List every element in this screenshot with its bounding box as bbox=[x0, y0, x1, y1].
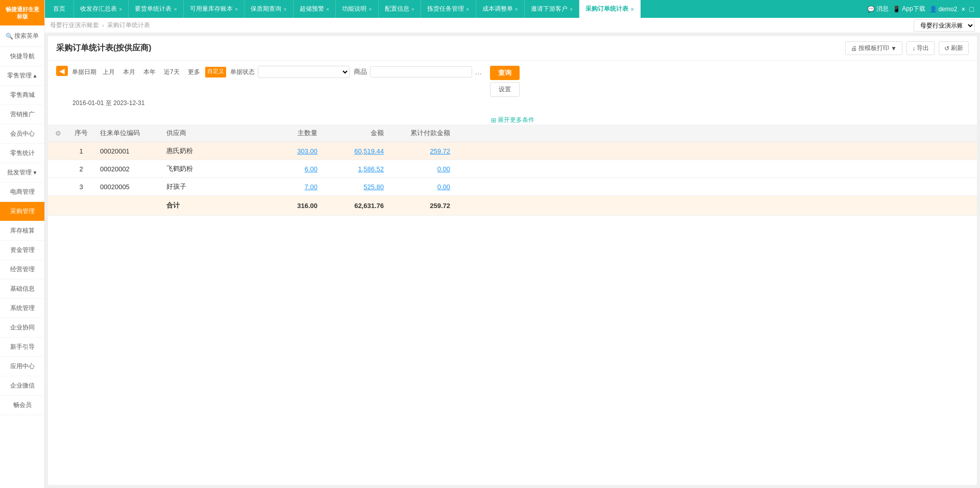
sidebar-item-marketing[interactable]: 营销推广 bbox=[0, 105, 44, 124]
tab-goods-summary-label: 要货单统计表 bbox=[135, 5, 172, 13]
tab-purchase-summary[interactable]: 采购订单统计表 × bbox=[579, 0, 640, 18]
window-close-icon[interactable]: × bbox=[961, 5, 965, 13]
close-icon[interactable]: × bbox=[174, 6, 177, 12]
date-shortcut-last-month[interactable]: 上月 bbox=[100, 67, 118, 78]
filter-row-main: ◀ 单据日期 上月 本月 本年 近7天 更多 自定义 bbox=[56, 66, 969, 97]
date-shortcut-7days[interactable]: 近7天 bbox=[161, 67, 183, 78]
close-icon[interactable]: × bbox=[411, 6, 414, 12]
tab-overstock[interactable]: 超储预警 × bbox=[293, 0, 336, 18]
sidebar-item-enterprise[interactable]: 企业协同 bbox=[0, 318, 44, 338]
row-amount[interactable]: 1,586.52 bbox=[324, 160, 390, 178]
data-table-area: ⚙ 序号 往来单位编码 供应商 主数量 金额 累计付款金额 1 bbox=[48, 124, 977, 485]
breadcrumb-current: 采购订单统计表 bbox=[107, 21, 150, 30]
close-icon[interactable]: × bbox=[369, 6, 372, 12]
close-icon[interactable]: × bbox=[235, 6, 238, 12]
row-paid[interactable]: 259.72 bbox=[390, 142, 456, 160]
table-header-row: ⚙ 序号 往来单位编码 供应商 主数量 金额 累计付款金额 bbox=[48, 124, 977, 142]
store-select[interactable]: 母婴行业演示账套 bbox=[914, 19, 975, 32]
row-qty[interactable]: 6.00 bbox=[262, 160, 324, 178]
status-select[interactable] bbox=[258, 66, 350, 78]
sidebar-marketing-label: 营销推广 bbox=[10, 111, 35, 118]
row-qty[interactable]: 7.00 bbox=[262, 178, 324, 196]
sidebar-item-purchase-mgmt[interactable]: 采购管理 bbox=[0, 202, 44, 221]
page-title: 采购订单统计表(按供应商) bbox=[56, 43, 152, 59]
tab-pick-task[interactable]: 拣货任务管理 × bbox=[421, 0, 476, 18]
close-icon[interactable]: × bbox=[283, 6, 286, 12]
refresh-button[interactable]: ↺ 刷新 bbox=[939, 41, 969, 55]
table-col-settings: ⚙ bbox=[48, 124, 68, 142]
window-maximize-icon[interactable]: □ bbox=[970, 5, 974, 13]
sidebar-search[interactable]: 🔍 搜索英单 bbox=[0, 25, 44, 47]
tab-cost-adjust[interactable]: 成本调整单 × bbox=[476, 0, 525, 18]
row-qty[interactable]: 303.00 bbox=[262, 142, 324, 160]
export-button[interactable]: ↓ 导出 bbox=[906, 41, 935, 55]
close-icon[interactable]: × bbox=[119, 6, 122, 12]
date-shortcut-this-year[interactable]: 本年 bbox=[140, 67, 159, 78]
user-avatar[interactable]: 👤 demo2 bbox=[929, 6, 958, 13]
close-icon[interactable]: × bbox=[515, 6, 518, 12]
tab-overstock-label: 超储预警 bbox=[300, 5, 324, 13]
product-input[interactable] bbox=[370, 66, 472, 78]
date-shortcut-more[interactable]: 更多 bbox=[185, 67, 203, 78]
tab-invite-downstream[interactable]: 邀请下游客户 × bbox=[525, 0, 579, 18]
sidebar-item-member[interactable]: 会员中心 bbox=[0, 124, 44, 144]
tab-home[interactable]: 首页 bbox=[45, 0, 74, 18]
sidebar-item-vip[interactable]: 畅会员 bbox=[0, 396, 44, 415]
tab-goods-summary[interactable]: 要货单统计表 × bbox=[129, 0, 183, 18]
row-paid[interactable]: 0.00 bbox=[390, 160, 456, 178]
template-print-button[interactable]: 🖨 按模板打印 ▼ bbox=[845, 41, 902, 55]
row-amount[interactable]: 525.80 bbox=[324, 178, 390, 196]
filter-col-left: 单据日期 上月 本月 本年 近7天 更多 自定义 bbox=[72, 66, 482, 78]
date-shortcuts: 上月 本月 本年 近7天 更多 自定义 bbox=[100, 67, 226, 78]
template-print-label: 按模板打印 bbox=[859, 44, 889, 53]
more-options-icon[interactable]: ... bbox=[475, 67, 482, 76]
close-icon[interactable]: × bbox=[466, 6, 469, 12]
sidebar-item-app-center[interactable]: 应用中心 bbox=[0, 357, 44, 376]
store-name: 母婴行业演示账套 bbox=[50, 21, 99, 30]
sidebar-inventory-label: 库存核算 bbox=[10, 227, 35, 234]
tab-config-info[interactable]: 配置信息 × bbox=[379, 0, 421, 18]
row-extra bbox=[456, 142, 977, 160]
top-navigation-bar: 首页 收发存汇总表 × 要货单统计表 × 可用量库存账本 × 保质期查询 × 超… bbox=[45, 0, 980, 18]
sidebar-item-shortcut[interactable]: 快捷导航 bbox=[0, 47, 44, 66]
sidebar-item-retail-stats[interactable]: 零售统计 bbox=[0, 144, 44, 163]
date-shortcut-this-month[interactable]: 本月 bbox=[120, 67, 138, 78]
close-icon[interactable]: × bbox=[326, 6, 329, 12]
row-paid[interactable]: 0.00 bbox=[390, 178, 456, 196]
sidebar-item-ecommerce[interactable]: 电商管理 bbox=[0, 183, 44, 202]
expand-icon: ⊞ bbox=[491, 117, 496, 124]
sidebar-item-batch-mgmt[interactable]: 批发管理 ▼ bbox=[0, 163, 44, 183]
footer-extra bbox=[456, 196, 977, 216]
table-col-supplier: 供应商 bbox=[160, 124, 262, 142]
sidebar-item-operations[interactable]: 经营管理 bbox=[0, 260, 44, 279]
sidebar-item-inventory[interactable]: 库存核算 bbox=[0, 221, 44, 241]
tab-usable-inventory[interactable]: 可用量库存账本 × bbox=[184, 0, 244, 18]
filter-collapse-button[interactable]: ◀ bbox=[56, 66, 68, 76]
close-icon[interactable]: × bbox=[630, 6, 633, 12]
sidebar-item-retail-store[interactable]: 零售商城 bbox=[0, 86, 44, 105]
query-button[interactable]: 查询 bbox=[490, 66, 520, 80]
table-row: 1 00020001 惠氏奶粉 303.00 60,519.44 259.72 bbox=[48, 142, 977, 160]
search-button[interactable]: 🔍 搜索英单 bbox=[3, 30, 41, 42]
sidebar-item-newbie[interactable]: 新手引导 bbox=[0, 338, 44, 357]
footer-num-cell bbox=[68, 196, 94, 216]
tab-list: 首页 收发存汇总表 × 要货单统计表 × 可用量库存账本 × 保质期查询 × 超… bbox=[45, 0, 861, 18]
close-icon[interactable]: × bbox=[570, 6, 573, 12]
footer-qty: 316.00 bbox=[262, 196, 324, 216]
sidebar-item-retail-mgmt[interactable]: 零售管理 ▲ bbox=[0, 66, 44, 86]
tab-collect-summary[interactable]: 收发存汇总表 × bbox=[74, 0, 129, 18]
tab-usable-inventory-label: 可用量库存账本 bbox=[190, 5, 233, 13]
tab-validity[interactable]: 保质期查询 × bbox=[244, 0, 293, 18]
sidebar-item-system[interactable]: 系统管理 bbox=[0, 299, 44, 318]
data-table: ⚙ 序号 往来单位编码 供应商 主数量 金额 累计付款金额 1 bbox=[48, 124, 977, 216]
app-download-button[interactable]: 📱 App下载 bbox=[893, 5, 925, 13]
sidebar-item-corp-wechat[interactable]: 企业微信 bbox=[0, 376, 44, 396]
expand-more-button[interactable]: ⊞ 展开更多条件 bbox=[491, 116, 534, 124]
tab-function-desc[interactable]: 功能说明 × bbox=[336, 0, 378, 18]
sidebar-item-basic-info[interactable]: 基础信息 bbox=[0, 279, 44, 299]
sidebar-item-finance[interactable]: 资金管理 bbox=[0, 241, 44, 260]
row-amount[interactable]: 60,519.44 bbox=[324, 142, 390, 160]
gear-icon[interactable]: ⚙ bbox=[55, 130, 61, 137]
message-button[interactable]: 💬 消息 bbox=[867, 5, 889, 13]
settings-button[interactable]: 设置 bbox=[490, 82, 520, 97]
